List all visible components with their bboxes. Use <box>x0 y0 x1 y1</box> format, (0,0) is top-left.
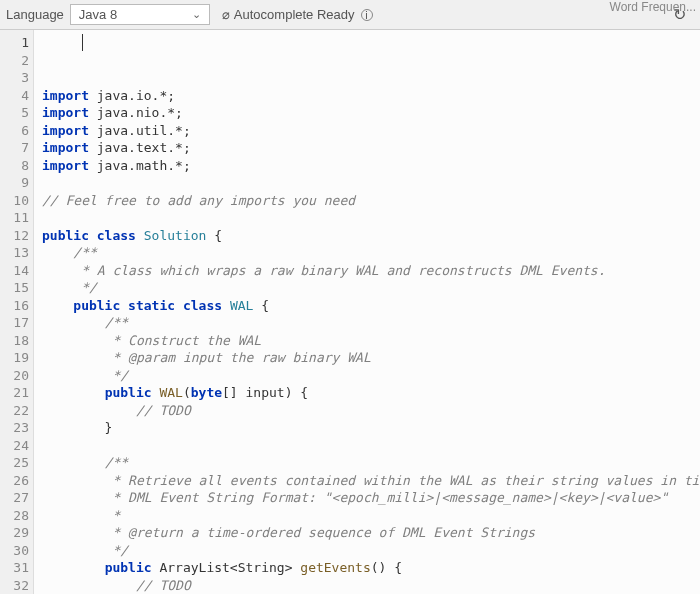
code-line[interactable]: * @param input the raw binary WAL <box>42 349 700 367</box>
line-number: 17 <box>8 314 29 332</box>
line-number: 20 <box>8 367 29 385</box>
info-icon[interactable]: i <box>361 9 373 21</box>
line-number: 28 <box>8 507 29 525</box>
code-line[interactable]: /** <box>42 454 700 472</box>
code-line[interactable]: } <box>42 419 700 437</box>
truncated-tab-text: Word Frequen... <box>610 0 696 14</box>
autocomplete-label: Autocomplete Ready <box>234 7 355 22</box>
code-line[interactable]: * DML Event String Format: "<epoch_milli… <box>42 489 700 507</box>
check-icon: ⌀ <box>222 7 230 22</box>
line-number: 12 <box>8 227 29 245</box>
code-line[interactable]: public WAL(byte[] input) { <box>42 384 700 402</box>
code-line[interactable]: */ <box>42 279 700 297</box>
line-number: 22 <box>8 402 29 420</box>
line-number: 9 <box>8 174 29 192</box>
autocomplete-status: ⌀ Autocomplete Ready i <box>222 7 373 22</box>
language-select[interactable]: Java 8 ⌄ <box>70 4 210 25</box>
line-number: 10 <box>8 192 29 210</box>
line-number: 21 <box>8 384 29 402</box>
text-cursor <box>82 34 83 51</box>
line-number: 2 <box>8 52 29 70</box>
line-number: 3 <box>8 69 29 87</box>
line-number: 31 <box>8 559 29 577</box>
line-number: 16 <box>8 297 29 315</box>
code-line[interactable] <box>42 174 700 192</box>
code-line[interactable]: import java.io.*; <box>42 87 700 105</box>
line-number: 25 <box>8 454 29 472</box>
code-line[interactable]: public class Solution { <box>42 227 700 245</box>
code-line[interactable]: // Feel free to add any imports you need <box>42 192 700 210</box>
line-number: 8 <box>8 157 29 175</box>
line-number: 32 > <box>8 577 29 595</box>
line-number: 27 <box>8 489 29 507</box>
code-line[interactable]: /** <box>42 244 700 262</box>
line-number: 23 <box>8 419 29 437</box>
line-number: 29 <box>8 524 29 542</box>
code-line[interactable]: import java.math.*; <box>42 157 700 175</box>
code-line[interactable]: * Construct the WAL <box>42 332 700 350</box>
code-line[interactable]: // TODO <box>42 402 700 420</box>
chevron-down-icon: ⌄ <box>192 8 201 21</box>
code-line[interactable] <box>42 437 700 455</box>
toolbar: Language Java 8 ⌄ ⌀ Autocomplete Ready i… <box>0 0 700 30</box>
line-number: 5 <box>8 104 29 122</box>
code-line[interactable]: import java.util.*; <box>42 122 700 140</box>
line-number-gutter: 1234567891011121314151617181920212223242… <box>0 30 34 594</box>
line-number: 15 <box>8 279 29 297</box>
line-number: 7 <box>8 139 29 157</box>
code-line[interactable]: * <box>42 507 700 525</box>
line-number: 14 <box>8 262 29 280</box>
code-line[interactable]: // TODO <box>42 577 700 595</box>
line-number: 13 <box>8 244 29 262</box>
line-number: 18 <box>8 332 29 350</box>
code-line[interactable]: * A class which wraps a raw binary WAL a… <box>42 262 700 280</box>
code-line[interactable]: /** <box>42 314 700 332</box>
code-area[interactable]: import java.io.*;import java.nio.*;impor… <box>34 30 700 594</box>
language-label: Language <box>6 7 64 22</box>
code-line[interactable]: import java.text.*; <box>42 139 700 157</box>
line-number: 24 <box>8 437 29 455</box>
line-number: 11 <box>8 209 29 227</box>
code-line[interactable]: * @return a time-ordered sequence of DML… <box>42 524 700 542</box>
code-line[interactable] <box>42 209 700 227</box>
language-value: Java 8 <box>79 7 117 22</box>
code-line[interactable]: */ <box>42 542 700 560</box>
code-line[interactable]: * Retrieve all events contained within t… <box>42 472 700 490</box>
line-number: 4 <box>8 87 29 105</box>
line-number: 26 <box>8 472 29 490</box>
line-number: 30 <box>8 542 29 560</box>
line-number: 6 <box>8 122 29 140</box>
code-line[interactable]: public static class WAL { <box>42 297 700 315</box>
code-line[interactable]: import java.nio.*; <box>42 104 700 122</box>
code-line[interactable]: */ <box>42 367 700 385</box>
line-number: 19 <box>8 349 29 367</box>
code-editor[interactable]: 1234567891011121314151617181920212223242… <box>0 30 700 594</box>
code-line[interactable]: public ArrayList<String> getEvents() { <box>42 559 700 577</box>
line-number: 1 <box>8 34 29 52</box>
